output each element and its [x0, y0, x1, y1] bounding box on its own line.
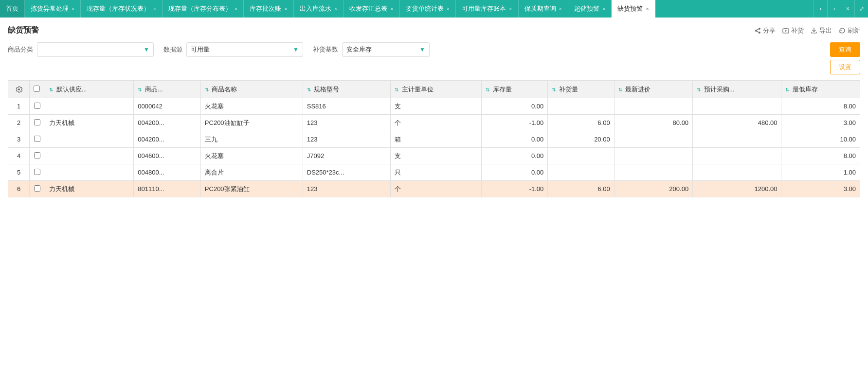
table-row: 1 0000042 火花塞 SS816 支 0.00 8.00	[8, 98, 860, 115]
row-supplier	[45, 164, 134, 181]
row-code: 0000042	[134, 98, 200, 115]
category-select[interactable]: ▼	[37, 42, 154, 57]
sort-stock-icon: ⇅	[486, 87, 489, 92]
col-check[interactable]	[30, 81, 45, 98]
row-name: PC200张紧油缸	[200, 181, 303, 197]
page-header: 缺货预警 分享 补货	[8, 25, 860, 35]
settings-button[interactable]: 设置	[830, 60, 860, 74]
col-supplier[interactable]: ⇅ 默认供应...	[45, 81, 134, 98]
tab-4[interactable]: 库存批次账 ×	[244, 0, 293, 18]
sort-est-purchase-icon: ⇅	[697, 87, 701, 92]
select-all-checkbox[interactable]	[34, 86, 40, 92]
row-check[interactable]	[30, 98, 45, 115]
row-min-stock: 3.00	[781, 115, 860, 131]
row-name: 火花塞	[200, 148, 303, 164]
tab-5[interactable]: 出入库流水 ×	[294, 0, 344, 18]
row-check[interactable]	[30, 115, 45, 131]
page-title: 缺货预警	[8, 25, 39, 35]
close-tab-10[interactable]: ×	[602, 6, 605, 12]
tab-fullscreen-button[interactable]: ⤢	[854, 0, 868, 18]
col-unit[interactable]: ⇅ 主计量单位	[391, 81, 482, 98]
row-num: 4	[8, 148, 30, 164]
close-tab-1[interactable]: ×	[72, 6, 74, 12]
close-tab-3[interactable]: ×	[235, 6, 237, 12]
tab-7[interactable]: 要货单统计表 ×	[400, 0, 456, 18]
sort-code-icon: ⇅	[138, 87, 142, 92]
replenish-arrow-icon: ▼	[419, 46, 425, 53]
table-row: 3 004200... 三九 123 箱 0.00 20.00 10.00	[8, 131, 860, 148]
col-spec[interactable]: ⇅ 规格型号	[303, 81, 391, 98]
category-arrow-icon: ▼	[144, 46, 149, 53]
close-tab-6[interactable]: ×	[390, 6, 393, 12]
replenish-button[interactable]: 补货	[782, 26, 804, 35]
row-supplier	[45, 148, 134, 164]
tab-close-all-button[interactable]: ×	[841, 0, 854, 18]
replenish-icon	[782, 27, 789, 34]
sort-min-stock-icon: ⇅	[785, 87, 789, 92]
row-check[interactable]	[30, 148, 45, 164]
close-tab-4[interactable]: ×	[284, 6, 287, 12]
row-check[interactable]	[30, 181, 45, 197]
row-stock: 0.00	[482, 131, 548, 148]
close-tab-5[interactable]: ×	[334, 6, 337, 12]
row-est-purchase: 1200.00	[693, 181, 781, 197]
col-code[interactable]: ⇅ 商品...	[134, 81, 200, 98]
row-replenish	[548, 148, 614, 164]
replenish-filter-group: 补货基数 安全库存 ▼	[313, 42, 430, 57]
row-spec: DS250*23c...	[303, 164, 391, 181]
row-min-stock: 3.00	[781, 181, 860, 197]
table-row: 6 力天机械 801110... PC200张紧油缸 123 个 -1.00 6…	[8, 181, 860, 197]
close-tab-7[interactable]: ×	[447, 6, 450, 12]
replenish-select[interactable]: 安全库存 ▼	[342, 42, 430, 57]
table-row: 5 004800... 离合片 DS250*23c... 只 0.00 1.00	[8, 164, 860, 181]
tab-10[interactable]: 超储预警 ×	[568, 0, 612, 18]
row-supplier	[45, 131, 134, 148]
close-tab-9[interactable]: ×	[559, 6, 562, 12]
tab-home[interactable]: 首页	[0, 0, 25, 18]
share-button[interactable]: 分享	[754, 26, 776, 35]
row-check[interactable]	[30, 164, 45, 181]
sort-supplier-icon: ⇅	[49, 87, 53, 92]
tab-2[interactable]: 现存量（库存状况表） ×	[81, 0, 162, 18]
replenish-value: 安全库存	[346, 45, 372, 54]
refresh-button[interactable]: 刷新	[839, 26, 860, 35]
row-est-purchase	[693, 164, 781, 181]
close-tab-8[interactable]: ×	[509, 6, 512, 12]
gear-icon[interactable]	[12, 86, 25, 93]
tab-11[interactable]: 缺货预警 ×	[612, 0, 655, 18]
row-stock: 0.00	[482, 164, 548, 181]
col-min-stock[interactable]: ⇅ 最低库存	[781, 81, 860, 98]
col-stock[interactable]: ⇅ 库存量	[482, 81, 548, 98]
close-tab-2[interactable]: ×	[153, 6, 156, 12]
row-num: 5	[8, 164, 30, 181]
query-button[interactable]: 查询	[830, 42, 860, 57]
tab-9[interactable]: 保质期查询 ×	[519, 0, 568, 18]
row-est-purchase	[693, 148, 781, 164]
table-row: 2 力天机械 004200... PC200油缸缸子 123 个 -1.00 6…	[8, 115, 860, 131]
col-name[interactable]: ⇅ 商品名称	[200, 81, 303, 98]
col-replenish[interactable]: ⇅ 补货量	[548, 81, 614, 98]
tab-1[interactable]: 拣货异常处理 ×	[25, 0, 81, 18]
datasource-select[interactable]: 可用量 ▼	[186, 42, 303, 57]
col-settings[interactable]	[8, 81, 30, 98]
data-table: ⇅ 默认供应... ⇅ 商品... ⇅ 商品名称 ⇅ 规格型号 ⇅ 主计量单	[8, 80, 860, 197]
sort-spec-icon: ⇅	[307, 87, 311, 92]
row-unit: 支	[391, 148, 482, 164]
row-est-purchase: 480.00	[693, 115, 781, 131]
tab-8[interactable]: 可用量库存账本 ×	[456, 0, 518, 18]
tab-nav-buttons: ‹ › × ⤢	[814, 0, 868, 18]
close-tab-11[interactable]: ×	[646, 6, 649, 12]
row-num: 1	[8, 98, 30, 115]
category-filter-group: 商品分类 ▼	[8, 42, 154, 57]
export-button[interactable]: 导出	[811, 26, 832, 35]
sort-unit-icon: ⇅	[395, 87, 398, 92]
tab-prev-button[interactable]: ‹	[814, 0, 827, 18]
tab-3[interactable]: 现存量（库存分布表） ×	[163, 0, 244, 18]
tab-next-button[interactable]: ›	[827, 0, 841, 18]
tab-6[interactable]: 收发存汇总表 ×	[344, 0, 399, 18]
sort-latest-price-icon: ⇅	[618, 87, 622, 92]
col-latest-price[interactable]: ⇅ 最新进价	[614, 81, 692, 98]
row-check[interactable]	[30, 131, 45, 148]
col-est-purchase[interactable]: ⇅ 预计采购...	[693, 81, 781, 98]
row-unit: 箱	[391, 131, 482, 148]
